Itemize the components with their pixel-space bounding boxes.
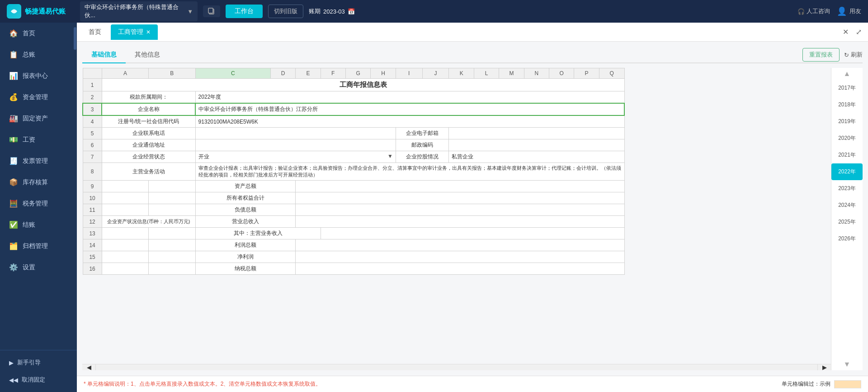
year-item-2023[interactable]: 2023年 bbox=[831, 180, 863, 197]
row-num-15: 15 bbox=[83, 251, 102, 263]
year-item-2019[interactable]: 2019年 bbox=[831, 113, 863, 130]
calendar-icon[interactable]: 📅 bbox=[348, 8, 355, 15]
row15-value[interactable] bbox=[296, 251, 624, 263]
table-row: 4 注册号/统一社会信用代码 91320100MA208E5W6K bbox=[83, 115, 624, 128]
copy-button[interactable] bbox=[203, 5, 220, 17]
spreadsheet-inner[interactable]: A B C D E F G H I J bbox=[82, 68, 831, 364]
consult-area[interactable]: 🎧 人工咨询 bbox=[797, 7, 830, 15]
close-window-button[interactable]: ✕ bbox=[841, 26, 850, 38]
row7-status[interactable]: 开业 ▼ bbox=[195, 151, 396, 163]
refresh-button[interactable]: ↻ 刷新 bbox=[844, 51, 863, 59]
sub-tabs: 基础信息 其他信息 重置报表 ↻ 刷新 bbox=[82, 47, 863, 63]
row-num-12: 12 bbox=[83, 216, 102, 228]
sidebar-item-salary[interactable]: 💵 工资 bbox=[0, 129, 77, 150]
user-label: 用友 bbox=[849, 7, 861, 15]
row10-empty bbox=[102, 192, 148, 204]
row6-addr[interactable] bbox=[195, 139, 396, 151]
horizontal-scrollbar[interactable]: ◀ ▶ bbox=[82, 364, 831, 370]
row5-phone[interactable] bbox=[195, 128, 396, 139]
tab-home[interactable]: 首页 bbox=[81, 24, 108, 40]
sidebar-item-report[interactable]: 📊 报表中心 bbox=[0, 65, 77, 86]
row14-value[interactable] bbox=[296, 239, 624, 251]
sidebar-item-settle[interactable]: ✅ 结账 bbox=[0, 214, 77, 235]
sidebar-item-tax[interactable]: 🧮 税务管理 bbox=[0, 193, 77, 214]
reset-button[interactable]: 重置报表 bbox=[802, 48, 840, 62]
year-item-2018[interactable]: 2018年 bbox=[831, 96, 863, 113]
row4-value[interactable]: 91320100MA208E5W6K bbox=[195, 115, 624, 128]
salary-icon: 💵 bbox=[9, 135, 18, 144]
col-header-p: P bbox=[574, 68, 599, 79]
tab-industry-label: 工商管理 bbox=[118, 28, 143, 36]
maximize-button[interactable]: ⤢ bbox=[854, 26, 863, 38]
row7-stock-label: 企业控股情况 bbox=[396, 151, 449, 163]
footer-hint: * 单元格编辑说明：1、点击单元格直接录入数值或文本。2、清空单元格数值或文本恢… bbox=[84, 380, 321, 388]
row7-stock-value[interactable]: 私营企业 bbox=[449, 151, 624, 163]
user-area[interactable]: 👤 用友 bbox=[837, 6, 861, 16]
scroll-left-arrow[interactable]: ◀ bbox=[82, 364, 96, 370]
workbench-button[interactable]: 工作台 bbox=[226, 5, 263, 18]
sidebar-item-asset[interactable]: 🏭 固定资产 bbox=[0, 108, 77, 129]
old-version-button[interactable]: 切到旧版 bbox=[268, 5, 303, 18]
period-area: 账期 2023-03 📅 bbox=[309, 7, 355, 15]
sub-tab-other-label: 其他信息 bbox=[135, 51, 160, 58]
col-header-e: E bbox=[296, 68, 321, 79]
row-num-3: 3 bbox=[83, 103, 102, 115]
tab-bar: 首页 工商管理 ✕ ✕ ⤢ bbox=[77, 23, 868, 42]
company-name: 中审众环会计师事务所（特殊普通合伙... bbox=[85, 3, 184, 19]
row13-value[interactable] bbox=[321, 228, 624, 239]
sidebar-item-unpin[interactable]: ◀◀ 取消固定 bbox=[0, 371, 77, 388]
sidebar-item-home[interactable]: 🏠 首页 bbox=[0, 23, 77, 44]
row8-value[interactable]: 审查企业会计报表；出具审计报告；验证企业资本；出具验资报告；办理企业合并、分立、… bbox=[195, 163, 624, 181]
row12-group-label: 企业资产状况信息(币种：人民币万元) bbox=[102, 216, 195, 228]
row10-empty2 bbox=[149, 192, 195, 204]
footer-label: 单元格编辑过：示例 bbox=[782, 380, 830, 388]
row6-postal[interactable] bbox=[449, 139, 624, 151]
tab-industry[interactable]: 工商管理 ✕ bbox=[111, 24, 158, 40]
sidebar-item-invoice[interactable]: 🧾 发票管理 bbox=[0, 150, 77, 172]
scroll-right-arrow[interactable]: ▶ bbox=[817, 364, 831, 370]
year-up-arrow[interactable]: ▲ bbox=[844, 70, 851, 78]
year-down-arrow[interactable]: ▼ bbox=[844, 360, 851, 368]
row2-value[interactable]: 2022年度 bbox=[195, 91, 624, 104]
logo-text: 畅捷通易代账 bbox=[25, 7, 66, 16]
col-header-f: F bbox=[321, 68, 345, 79]
row5-email[interactable] bbox=[449, 128, 624, 139]
row12-value[interactable] bbox=[296, 216, 624, 228]
year-item-2020[interactable]: 2020年 bbox=[831, 130, 863, 147]
sub-tab-basic[interactable]: 基础信息 bbox=[82, 47, 126, 63]
sidebar-label-salary: 工资 bbox=[23, 136, 35, 144]
period-label: 账期 bbox=[309, 7, 321, 15]
sidebar-item-settings[interactable]: ⚙️ 设置 bbox=[0, 257, 77, 278]
year-item-2021[interactable]: 2021年 bbox=[831, 147, 863, 163]
row11-value[interactable] bbox=[296, 204, 624, 216]
company-selector[interactable]: 中审众环会计师事务所（特殊普通合伙... ▼ bbox=[80, 1, 198, 21]
row-num-5: 5 bbox=[83, 128, 102, 139]
sidebar-item-archive[interactable]: 🗂️ 归档管理 bbox=[0, 235, 77, 257]
sidebar-item-guide[interactable]: ▶ 新手引导 bbox=[0, 354, 77, 371]
inventory-icon: 📦 bbox=[9, 178, 18, 186]
col-header-m: M bbox=[499, 68, 524, 79]
tab-close-icon[interactable]: ✕ bbox=[146, 29, 151, 35]
row9-value[interactable] bbox=[296, 181, 624, 192]
sub-tab-other[interactable]: 其他信息 bbox=[126, 47, 169, 63]
sidebar-item-ledger[interactable]: 📋 总账 bbox=[0, 44, 77, 65]
content-area: 基础信息 其他信息 重置报表 ↻ 刷新 bbox=[77, 42, 868, 376]
year-panel-top: ▲ bbox=[831, 68, 863, 80]
sidebar-item-fund[interactable]: 💰 资金管理 bbox=[0, 86, 77, 108]
year-item-2017[interactable]: 2017年 bbox=[831, 80, 863, 96]
row16-value[interactable] bbox=[296, 263, 624, 275]
sidebar-item-inventory[interactable]: 📦 库存核算 bbox=[0, 172, 77, 193]
year-item-2022[interactable]: 2022年 bbox=[831, 163, 863, 180]
table-title[interactable]: 工商年报信息表 bbox=[102, 79, 624, 91]
row10-value[interactable] bbox=[296, 192, 624, 204]
col-header-q: Q bbox=[599, 68, 624, 79]
logo-icon bbox=[7, 4, 21, 19]
row3-value[interactable]: 中审众环会计师事务所（特殊普通合伙）江苏分所 bbox=[195, 103, 624, 115]
spreadsheet-main: A B C D E F G H I J bbox=[82, 68, 831, 370]
year-item-2026[interactable]: 2026年 bbox=[831, 230, 863, 247]
table-row: 11 负债总额 bbox=[83, 204, 624, 216]
unpin-icon: ◀◀ bbox=[9, 377, 18, 383]
year-item-2024[interactable]: 2024年 bbox=[831, 197, 863, 214]
year-item-2025[interactable]: 2025年 bbox=[831, 214, 863, 230]
refresh-icon: ↻ bbox=[844, 52, 849, 58]
